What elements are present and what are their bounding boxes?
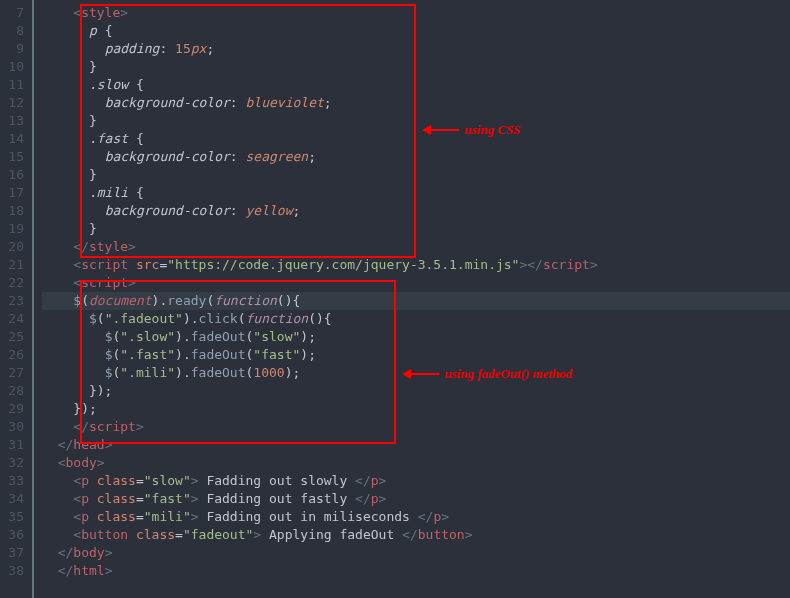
code-line[interactable]: $(".mili").fadeOut(1000);	[42, 364, 790, 382]
line-number: 37	[4, 544, 24, 562]
line-number: 28	[4, 382, 24, 400]
line-number: 15	[4, 148, 24, 166]
line-number: 18	[4, 202, 24, 220]
line-number: 17	[4, 184, 24, 202]
line-number: 8	[4, 22, 24, 40]
line-number: 33	[4, 472, 24, 490]
line-number: 23	[4, 292, 24, 310]
code-line[interactable]: p {	[42, 22, 790, 40]
line-number: 22	[4, 274, 24, 292]
code-line[interactable]: <p class="mili"> Fadding out in miliseco…	[42, 508, 790, 526]
code-line[interactable]: </script>	[42, 418, 790, 436]
line-number: 27	[4, 364, 24, 382]
code-line[interactable]: </body>	[42, 544, 790, 562]
line-number: 31	[4, 436, 24, 454]
line-number: 16	[4, 166, 24, 184]
code-line[interactable]: .fast {	[42, 130, 790, 148]
line-number: 29	[4, 400, 24, 418]
code-line[interactable]: }	[42, 58, 790, 76]
line-number: 24	[4, 310, 24, 328]
line-number: 10	[4, 58, 24, 76]
line-number: 35	[4, 508, 24, 526]
code-line[interactable]: </head>	[42, 436, 790, 454]
code-line[interactable]: }	[42, 220, 790, 238]
code-line[interactable]: <body>	[42, 454, 790, 472]
code-line[interactable]: <p class="slow"> Fadding out slowly </p>	[42, 472, 790, 490]
code-line[interactable]: $(".fadeout").click(function(){	[42, 310, 790, 328]
line-number: 9	[4, 40, 24, 58]
line-number: 34	[4, 490, 24, 508]
code-line[interactable]: padding: 15px;	[42, 40, 790, 58]
line-number: 14	[4, 130, 24, 148]
code-area[interactable]: using CSS using fadeOut() method <style>…	[34, 0, 790, 598]
code-line[interactable]: $(".fast").fadeOut("fast");	[42, 346, 790, 364]
line-number: 7	[4, 4, 24, 22]
code-line[interactable]: }	[42, 112, 790, 130]
line-number: 32	[4, 454, 24, 472]
code-line[interactable]: <script>	[42, 274, 790, 292]
code-line[interactable]: <button class="fadeout"> Applying fadeOu…	[42, 526, 790, 544]
line-number: 20	[4, 238, 24, 256]
code-line[interactable]: <script src="https://code.jquery.com/jqu…	[42, 256, 790, 274]
line-number: 11	[4, 76, 24, 94]
line-number: 21	[4, 256, 24, 274]
code-line[interactable]: $(".slow").fadeOut("slow");	[42, 328, 790, 346]
code-line[interactable]: background-color: seagreen;	[42, 148, 790, 166]
code-line[interactable]: <style>	[42, 4, 790, 22]
code-line[interactable]: }	[42, 166, 790, 184]
line-number: 26	[4, 346, 24, 364]
code-line[interactable]: .slow {	[42, 76, 790, 94]
code-line[interactable]: <p class="fast"> Fadding out fastly </p>	[42, 490, 790, 508]
line-number: 36	[4, 526, 24, 544]
code-line[interactable]: background-color: yellow;	[42, 202, 790, 220]
line-number: 13	[4, 112, 24, 130]
code-line[interactable]: });	[42, 400, 790, 418]
line-number: 12	[4, 94, 24, 112]
code-line[interactable]: });	[42, 382, 790, 400]
code-line[interactable]: background-color: blueviolet;	[42, 94, 790, 112]
code-line[interactable]: </html>	[42, 562, 790, 580]
code-line[interactable]: </style>	[42, 238, 790, 256]
line-number: 19	[4, 220, 24, 238]
line-number: 30	[4, 418, 24, 436]
code-line[interactable]: .mili {	[42, 184, 790, 202]
line-number-gutter: 7891011121314151617181920212223242526272…	[0, 0, 34, 598]
line-number: 38	[4, 562, 24, 580]
code-editor: 7891011121314151617181920212223242526272…	[0, 0, 790, 598]
code-line[interactable]: $(document).ready(function(){	[42, 292, 790, 310]
line-number: 25	[4, 328, 24, 346]
